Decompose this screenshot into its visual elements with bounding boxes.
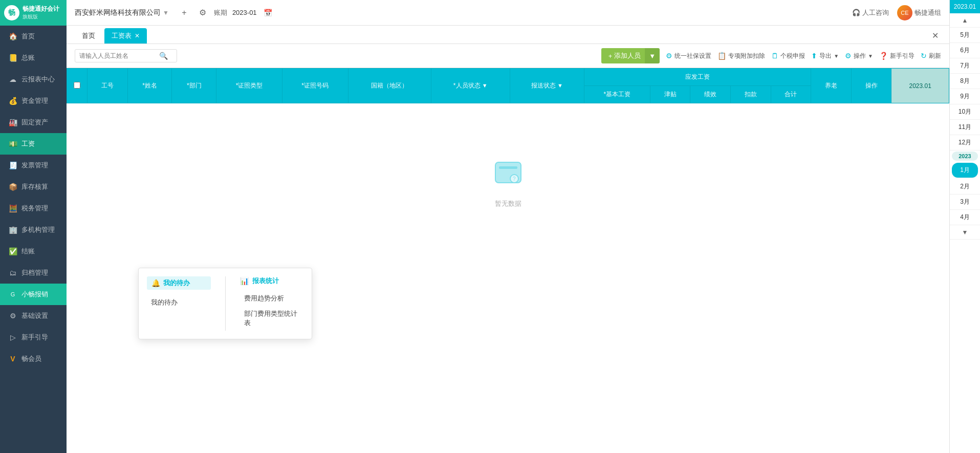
salary-icon: 💵 <box>8 139 17 148</box>
sidebar-item-fixed-assets[interactable]: 🏭 固定资产 <box>0 112 67 133</box>
company-selector[interactable]: 西安虾米网络科技有限公司 ▼ <box>75 8 169 17</box>
sidebar-item-home[interactable]: 🏠 首页 <box>0 26 67 47</box>
month-item-feb2023[interactable]: 2月 <box>950 179 980 195</box>
popup-todo-item-1[interactable]: 我的待办 <box>147 295 211 310</box>
th-status-label: *人员状态 <box>453 82 481 89</box>
popup-report-item-1[interactable]: 费用趋势分析 <box>240 291 304 306</box>
popup-report-item-2[interactable]: 部门费用类型统计表 <box>240 306 304 331</box>
month-item-mar2023[interactable]: 3月 <box>950 195 980 210</box>
tabs-bar: 首页 工资表 ✕ ✕ <box>67 26 949 44</box>
export-label: 导出 <box>819 52 832 60</box>
toolbar-right: + 添加人员 ▼ ⚙ 统一社保设置 📋 专项附加扣除 🗒 个税申报 ⬆ <box>601 48 941 63</box>
user-btn[interactable]: CE 畅捷通组 <box>897 5 941 20</box>
month-item-jul[interactable]: 7月 <box>950 58 980 74</box>
sidebar-item-fund[interactable]: 💰 资金管理 <box>0 90 67 112</box>
tax-report-label: 个税申报 <box>780 52 805 60</box>
calendar-icon[interactable]: 📅 <box>262 7 274 19</box>
month-nav-up[interactable]: ▲ <box>950 13 980 28</box>
month-item-nov[interactable]: 11月 <box>950 120 980 135</box>
add-company-btn[interactable]: + <box>178 7 190 19</box>
xiaochang-icon: G <box>8 290 17 299</box>
sidebar-item-basic[interactable]: ⚙ 基础设置 <box>0 305 67 327</box>
tab-home[interactable]: 首页 <box>75 28 102 44</box>
select-all-checkbox[interactable] <box>74 82 80 89</box>
logo-sub: 旗舰版 <box>23 13 59 20</box>
period-label: 账期 <box>214 8 227 17</box>
close-panel-btn[interactable]: ✕ <box>929 29 941 41</box>
month-item-oct[interactable]: 10月 <box>950 104 980 120</box>
sidebar-item-ledger[interactable]: 📒 总账 <box>0 47 67 69</box>
export-btn[interactable]: ⬆ 导出 ▼ <box>811 52 839 60</box>
th-id-number: *证照号码 <box>282 69 348 103</box>
month-label-sep: 9月 <box>960 93 970 100</box>
support-btn[interactable]: 🎧 人工咨询 <box>852 8 889 17</box>
member-icon: V <box>8 354 17 363</box>
report-filter-icon[interactable]: ▼ <box>557 82 563 89</box>
tab-salary-close[interactable]: ✕ <box>135 32 140 39</box>
tax-icon: 🧮 <box>8 204 17 213</box>
tab-salary[interactable]: 工资表 ✕ <box>104 28 147 44</box>
month-item-sep[interactable]: 9月 <box>950 89 980 104</box>
sidebar-label-tax: 税务管理 <box>21 204 48 213</box>
search-icon: 🔍 <box>159 52 168 60</box>
popup-report-title: 报表统计 <box>252 276 279 286</box>
new-guide-btn[interactable]: ❓ 新手引导 <box>879 52 914 60</box>
sidebar-label-basic: 基础设置 <box>21 311 48 320</box>
sidebar-item-settlement[interactable]: ✅ 结账 <box>0 241 67 262</box>
sidebar-item-archive[interactable]: 🗂 归档管理 <box>0 262 67 284</box>
sidebar-item-cloud-report[interactable]: ☁ 云报表中心 <box>0 69 67 90</box>
month-item-apr2023[interactable]: 4月 <box>950 210 980 225</box>
popup-col-report: 📊 报表统计 费用趋势分析 部门费用类型统计表 <box>240 276 304 331</box>
sidebar-item-inventory[interactable]: 📦 库存核算 <box>0 176 67 198</box>
filter-icon[interactable]: ▼ <box>482 82 488 89</box>
month-label-jan: 1月 <box>960 166 970 174</box>
operation-icon: ⚙ <box>845 52 852 60</box>
month-item-may[interactable]: 5月 <box>950 28 980 43</box>
refresh-btn[interactable]: ↻ 刷新 <box>921 52 941 60</box>
empty-state: ? 暂无数据 <box>67 103 949 257</box>
month-item-aug[interactable]: 8月 <box>950 74 980 89</box>
month-item-jun[interactable]: 6月 <box>950 43 980 58</box>
table-container: 工号 *姓名 *部门 *证照类型 *证照号码 国籍（地区） *人员状态 ▼ 报送… <box>67 68 949 453</box>
popup-todo-header[interactable]: 🔔 我的待办 <box>147 276 211 290</box>
export-arrow-icon: ▼ <box>834 53 839 59</box>
sidebar-item-multi-org[interactable]: 🏢 多机构管理 <box>0 219 67 241</box>
settings-btn[interactable]: ⚙ <box>197 7 209 19</box>
sidebar-item-salary[interactable]: 💵 工资 <box>0 133 67 155</box>
sidebar-item-member[interactable]: V 畅会员 <box>0 348 67 370</box>
search-box[interactable]: 🔍 <box>75 49 177 62</box>
sidebar-label-invoice: 发票管理 <box>21 161 48 170</box>
month-nav-down[interactable]: ▼ <box>950 225 980 240</box>
svg-rect-1 <box>499 166 517 169</box>
popup-section: 🔔 我的待办 我的待办 📊 报表统计 费用趋势分析 <box>147 276 303 331</box>
dropdown-arrow-icon: ▼ <box>163 9 169 16</box>
sidebar-item-invoice[interactable]: 🧾 发票管理 <box>0 155 67 176</box>
month-label-oct: 10月 <box>959 108 971 115</box>
todo-icon: 🔔 <box>151 278 160 288</box>
sidebar-item-xiaochang[interactable]: G 小畅报销 <box>0 284 67 305</box>
deduction-btn[interactable]: 📋 专项附加扣除 <box>717 52 765 60</box>
operation-btn[interactable]: ⚙ 操作 ▼ <box>845 52 873 60</box>
month-item-jan2023[interactable]: 1月 <box>952 163 978 178</box>
export-icon: ⬆ <box>811 52 817 60</box>
sidebar-item-guide[interactable]: ▷ 新手引导 <box>0 327 67 348</box>
logo-text: 畅捷通好会计 <box>23 5 59 13</box>
add-person-dropdown-btn[interactable]: ▼ <box>645 48 660 63</box>
th-report-status-label: 报送状态 <box>531 82 556 89</box>
sidebar-label-ledger: 总账 <box>21 53 35 62</box>
tax-report-btn[interactable]: 🗒 个税申报 <box>771 52 805 60</box>
sidebar-nav: 🏠 首页 📒 总账 ☁ 云报表中心 💰 资金管理 🏭 固定资产 💵 工资 🧾 发… <box>0 26 67 453</box>
search-input[interactable] <box>79 52 156 59</box>
add-label: 添加人员 <box>614 51 641 60</box>
sidebar-item-tax[interactable]: 🧮 税务管理 <box>0 198 67 219</box>
empty-icon: ? <box>488 152 529 193</box>
th-checkbox[interactable] <box>67 69 88 103</box>
guide-icon: ▷ <box>8 333 17 342</box>
social-insurance-btn[interactable]: ⚙ 统一社保设置 <box>666 52 711 60</box>
th-bonus: 绩效 <box>690 86 731 103</box>
refresh-label: 刷新 <box>929 52 941 60</box>
month-item-dec[interactable]: 12月 <box>950 135 980 150</box>
tab-home-label: 首页 <box>82 31 95 40</box>
popup-report-header[interactable]: 📊 报表统计 <box>240 276 304 286</box>
add-person-btn[interactable]: + 添加人员 <box>601 48 645 63</box>
